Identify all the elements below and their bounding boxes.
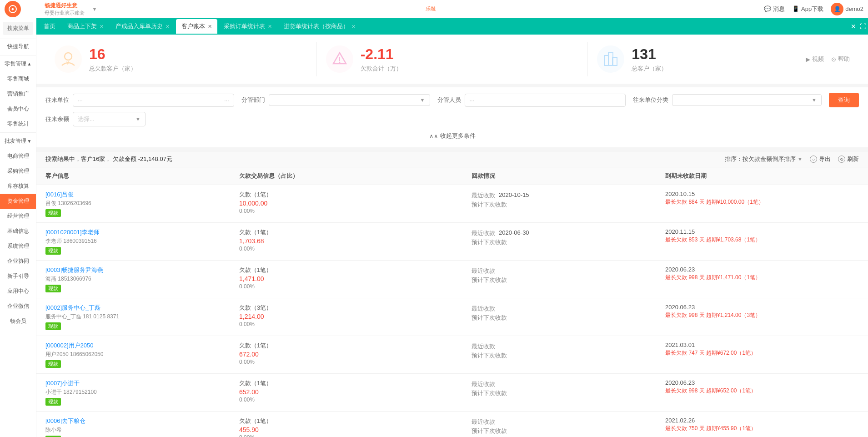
customer-name-2[interactable]: [0003]畅捷服务尹海燕	[45, 266, 239, 274]
sidebar-item-system[interactable]: 系统管理	[0, 239, 36, 254]
overdue-link-0[interactable]: 超期¥10,000.00（1笔）	[706, 199, 764, 205]
sidebar-item-retail-mgmt[interactable]: 零售管理 ▲	[0, 56, 36, 71]
due-date-1: 2020.11.15	[665, 228, 859, 235]
sidebar-item-quick-nav[interactable]: 快捷导航	[0, 39, 36, 54]
results-text: 搜索结果中，客户16家	[45, 156, 105, 162]
dept-select[interactable]: ▼	[269, 94, 430, 106]
customer-link-1[interactable]: [0001020001]李老师	[45, 229, 100, 236]
message-btn[interactable]: 💬 消息	[764, 5, 785, 13]
tab-home[interactable]: 首页	[38, 19, 61, 34]
tab-customer-account[interactable]: 客户账本 ✕	[176, 19, 217, 34]
tab-product-history-label: 产成品入库单历史	[115, 22, 163, 30]
due-overdue-3: 最长欠款 998 天 超期¥1,214.00（3笔）	[665, 311, 859, 319]
search-menu-btn[interactable]: 搜索菜单	[3, 22, 33, 35]
person-input[interactable]: ···	[465, 94, 626, 107]
filter-balance: 往来余额 选择... ▼	[45, 112, 859, 126]
sidebar-item-enterprise[interactable]: 企业协同	[0, 254, 36, 269]
sidebar-item-enterprise-wx[interactable]: 企业微信	[0, 299, 36, 314]
recovery-info-3: 最近收款 预计下次收款	[472, 304, 665, 322]
sidebar-item-purchase[interactable]: 采购管理	[0, 164, 36, 179]
debt-amount-3: 1,214.00	[239, 313, 472, 320]
customer-tag-0: 现款	[45, 209, 61, 217]
customer-name-1[interactable]: [0001020001]李老师	[45, 228, 239, 236]
user-avatar-btn[interactable]: 👤 demo2	[831, 3, 863, 15]
due-info-5: 2020.06.23 最长欠款 998 天 超期¥652.00（1笔）	[665, 379, 859, 395]
due-date-6: 2021.02.26	[665, 417, 859, 424]
customer-info-2: [0003]畅捷服务尹海燕 海燕 18513066976 现款	[45, 266, 239, 292]
debt-info-0: 欠款（1笔） 10,000.00 0.00%	[239, 191, 472, 214]
tab-expand-icon[interactable]: ✕	[851, 23, 856, 30]
tabs-bar: 首页 商品上下架 ✕ 产成品入库单历史 ✕ 客户账本 ✕ 采购订单统计表 ✕	[36, 18, 868, 35]
balance-select[interactable]: 选择... ▼	[73, 112, 146, 126]
filter-source-unit: 往来单位 ···	[45, 94, 234, 107]
recovery-last-4: 最近收款	[472, 342, 665, 351]
sidebar-item-retail-store[interactable]: 零售商城	[0, 71, 36, 86]
table-row: [000002]用户2050 用户2050 18665062050 现款 欠款（…	[36, 336, 868, 374]
customer-name-0[interactable]: [0016]吕俊	[45, 191, 239, 199]
download-btn[interactable]: 📱 App下载	[792, 5, 823, 13]
recovery-info-0: 最近收款 2020-10-15 预计下次收款	[472, 191, 665, 209]
recovery-last-date-0: 2020-10-15	[499, 191, 529, 200]
overdue-link-2[interactable]: 超期¥1,471.00（1笔）	[706, 274, 761, 281]
recovery-last-label-2: 最近收款	[472, 267, 495, 275]
tab-purchase-order[interactable]: 采购订单统计表 ✕	[218, 19, 277, 34]
customer-link-2[interactable]: [0003]畅捷服务尹海燕	[45, 266, 103, 273]
customer-link-5[interactable]: [0007]小进干	[45, 380, 80, 387]
top-bar-right: 💬 消息 📱 App下载 👤 demo2	[764, 3, 863, 15]
sidebar-item-newbie[interactable]: 新手引导	[0, 269, 36, 284]
customer-link-0[interactable]: [0016]吕俊	[45, 191, 74, 198]
video-btn[interactable]: ▶ 视频	[806, 55, 824, 63]
sidebar-item-inventory[interactable]: 库存核算	[0, 179, 36, 194]
sidebar-item-app-center[interactable]: 应用中心	[0, 284, 36, 299]
debt-ratio-5: 0.00%	[239, 397, 472, 403]
customer-name-4[interactable]: [000002]用户2050	[45, 342, 239, 350]
tab-product-off[interactable]: 商品上下架 ✕	[62, 19, 109, 34]
sidebar-divider-2	[0, 132, 36, 133]
sidebar-item-operations[interactable]: 经营管理	[0, 209, 36, 224]
overdue-link-1[interactable]: 超期¥1,703.68（1笔）	[706, 236, 761, 243]
tab-product-off-close[interactable]: ✕	[100, 24, 104, 30]
recovery-last-label-0: 最近收款	[472, 191, 495, 200]
overdue-link-4[interactable]: 超期¥672.00（1笔）	[706, 350, 756, 356]
collapse-btn[interactable]: ∧∧ 收起更多条件	[427, 130, 477, 142]
sidebar-item-batch-mgmt[interactable]: 批发管理 ▼	[0, 134, 36, 149]
tab-product-history-close[interactable]: ✕	[166, 24, 170, 30]
sidebar-item-basic-info[interactable]: 基础信息	[0, 224, 36, 239]
search-btn[interactable]: 查询	[829, 93, 859, 107]
sidebar-item-marketing[interactable]: 营销推广	[0, 86, 36, 101]
customer-tag-4: 现款	[45, 360, 61, 368]
customer-link-6[interactable]: [0006]去下粮仓	[45, 417, 85, 424]
customer-tag-3: 现款	[45, 322, 61, 330]
promo-text[interactable]: 乐融	[426, 5, 436, 12]
filter-dept: 分管部门 ▼	[241, 94, 430, 106]
tab-fullscreen-icon[interactable]: ⛶	[860, 23, 866, 30]
customer-link-3[interactable]: [0002]服务中心_丁磊	[45, 304, 100, 311]
svg-text:¥: ¥	[66, 60, 69, 65]
results-bar: 搜索结果中，客户16家， 欠款金额 -21,148.07元 排序：按欠款金额倒序…	[36, 151, 868, 167]
export-btn[interactable]: ○ 导出	[810, 155, 831, 163]
sidebar-item-vip-member[interactable]: 畅会员	[0, 314, 36, 329]
username-label: demo2	[845, 5, 863, 12]
tab-product-history[interactable]: 产成品入库单历史 ✕	[110, 19, 175, 34]
customer-link-4[interactable]: [000002]用户2050	[45, 342, 94, 349]
customer-name-3[interactable]: [0002]服务中心_丁磊	[45, 304, 239, 312]
tab-purchase-stat[interactable]: 进货单统计表（按商品） ✕	[278, 19, 361, 34]
help-btn[interactable]: ⊙ 帮助	[831, 55, 850, 63]
tab-purchase-order-close[interactable]: ✕	[268, 24, 272, 30]
sidebar-item-member[interactable]: 会员中心	[0, 101, 36, 116]
customer-name-6[interactable]: [0006]去下粮仓	[45, 417, 239, 425]
tab-customer-account-close[interactable]: ✕	[208, 24, 212, 30]
category-select[interactable]: ▼	[672, 94, 822, 106]
overdue-link-6[interactable]: 超期¥455.90（1笔）	[706, 425, 756, 432]
customer-info-1: [0001020001]李老师 李老师 18600391516 现款	[45, 228, 239, 255]
overdue-link-3[interactable]: 超期¥1,214.00（3笔）	[706, 312, 761, 318]
overdue-link-5[interactable]: 超期¥652.00（1笔）	[706, 387, 756, 394]
sort-selector[interactable]: 排序：按欠款金额倒序排序 ▼	[725, 155, 803, 163]
source-unit-input[interactable]: ···	[73, 94, 234, 107]
sidebar-item-finance[interactable]: 资金管理	[0, 194, 36, 209]
refresh-btn[interactable]: ↻ 刷新	[838, 155, 859, 163]
customer-name-5[interactable]: [0007]小进干	[45, 379, 239, 387]
sidebar-item-ecommerce[interactable]: 电商管理	[0, 149, 36, 164]
tab-purchase-stat-close[interactable]: ✕	[351, 24, 356, 30]
sidebar-item-retail-stat[interactable]: 零售统计	[0, 116, 36, 131]
